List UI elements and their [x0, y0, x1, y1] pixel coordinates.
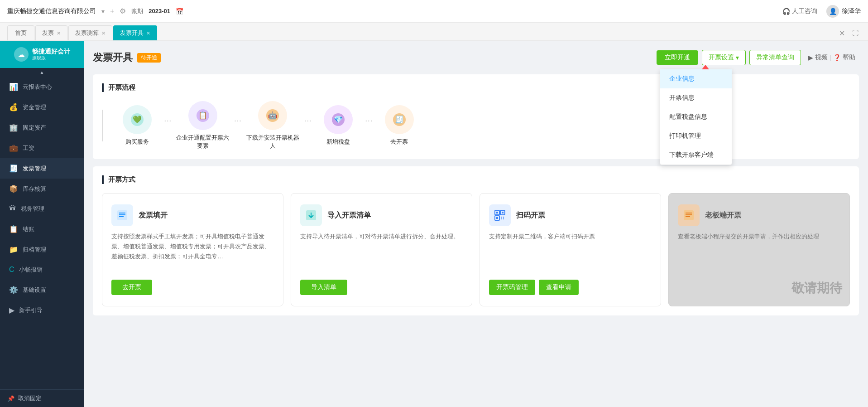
svg-text:💚: 💚	[133, 115, 142, 124]
sidebar-logo: ☁ 畅捷通好会计 旗舰版	[0, 41, 84, 68]
sidebar-item-invoice-mgmt[interactable]: 🧾 发票管理	[0, 158, 84, 179]
sidebar-items: 📊 云报表中心 💰 资金管理 🏢 固定资产 💼 工资 🧾 发票管理 📦	[0, 77, 84, 389]
arrow4: ···	[365, 115, 373, 136]
user-info[interactable]: 👤 徐泽华	[826, 5, 861, 18]
dropdown-item-tax-config[interactable]: 配置税盘信息	[660, 107, 732, 126]
cloud-report-icon: 📊	[9, 82, 18, 91]
scan-invoice-icon	[489, 204, 511, 226]
sidebar-item-archive[interactable]: 📁 归档管理	[0, 239, 84, 260]
svg-rect-27	[686, 214, 692, 215]
scan-invoice-btn2[interactable]: 查看申请	[539, 280, 579, 295]
settings-btn[interactable]: 开票设置 ▾	[702, 50, 746, 65]
add-company-icon[interactable]: +	[110, 7, 114, 15]
tab-home[interactable]: 首页	[7, 25, 34, 40]
import-invoice-btn[interactable]: 导入清单	[300, 280, 347, 295]
tab-invoice-calc-close[interactable]: ✕	[101, 30, 106, 36]
consult-btn[interactable]: 🎧 人工咨询	[782, 7, 817, 15]
step4-icon: 💎	[324, 105, 353, 134]
arrow3: ···	[304, 115, 312, 136]
content-area: 发票开具 待开通 立即开通 开票设置 ▾ 异常清单查询 ▶ 视频 | ❓ 帮助	[84, 41, 868, 407]
svg-rect-19	[502, 212, 504, 213]
fill-invoice-btn[interactable]: 去开票	[111, 280, 152, 295]
tab-invoice[interactable]: 发票 ✕	[35, 25, 67, 40]
company-dropdown-icon[interactable]: ▾	[101, 8, 105, 15]
video-play-icon: ▶	[808, 54, 813, 61]
methods-section-title: 开票方式	[102, 175, 850, 184]
step5-icon: 🧾	[385, 105, 414, 134]
sidebar-scroll-up[interactable]: ▲	[0, 68, 84, 77]
settings-dropdown: 企业信息 开票信息 配置税盘信息 打印机管理 下载开票客户端	[660, 69, 732, 165]
svg-rect-11	[119, 213, 125, 213]
sidebar-item-salary[interactable]: 💼 工资	[0, 138, 84, 158]
tab-invoice-issue-close[interactable]: ✕	[146, 30, 150, 36]
sidebar-item-basic-settings[interactable]: ⚙️ 基础设置	[0, 280, 84, 300]
process-flow: 💚 购买服务 ··· 📋 企业开通配置开票六要素 ··· 🤖	[102, 101, 850, 150]
import-invoice-desc: 支持导入待开票清单，可对待开票清单进行拆分、合并处理。	[300, 232, 463, 272]
video-btn[interactable]: ▶ 视频 | ❓ 帮助	[805, 50, 859, 65]
page-header: 发票开具 待开通 立即开通 开票设置 ▾ 异常清单查询 ▶ 视频 | ❓ 帮助	[93, 50, 859, 65]
exception-btn[interactable]: 异常清单查询	[749, 50, 801, 65]
archive-icon: 📁	[9, 245, 18, 254]
logo-version: 旗舰版	[32, 55, 70, 61]
svg-text:📋: 📋	[198, 111, 207, 120]
import-invoice-icon	[300, 204, 322, 226]
boss-invoice-title: 老板端开票	[705, 211, 741, 220]
status-badge: 待开通	[137, 53, 161, 63]
step2-icon: 📋	[188, 101, 217, 130]
dropdown-item-company-info[interactable]: 企业信息	[660, 69, 732, 88]
process-section: 开票流程 💚 购买服务 ··· 📋 企业开通配置开票六要素	[93, 74, 859, 159]
step3-icon: 🤖	[258, 101, 287, 130]
method-card-boss: 老板端开票 查看老板端小程序提交的开票申请，并作出相应的处理 敬请期待	[668, 193, 850, 306]
dropdown-item-invoice-info[interactable]: 开票信息	[660, 88, 732, 107]
dropdown-item-printer-mgmt[interactable]: 打印机管理	[660, 126, 732, 145]
tab-invoice-calc[interactable]: 发票测算 ✕	[68, 25, 112, 40]
sidebar-item-settlement[interactable]: 📋 结账	[0, 219, 84, 239]
tab-bar: 首页 发票 ✕ 发票测算 ✕ 发票开具 ✕ ✕ ⛶	[0, 23, 868, 41]
period-label: 账期	[131, 7, 143, 15]
svg-rect-12	[119, 214, 125, 215]
sidebar: ☁ 畅捷通好会计 旗舰版 ▲ 📊 云报表中心 💰 资金管理 🏢 固定资产	[0, 41, 84, 407]
tax-mgmt-icon: 🏛	[9, 205, 16, 213]
process-divider	[102, 110, 103, 141]
scan-invoice-title: 扫码开票	[516, 211, 545, 220]
svg-rect-28	[686, 216, 690, 217]
sidebar-item-inventory[interactable]: 📦 库存核算	[0, 179, 84, 199]
process-step-2: 📋 企业开通配置开票六要素	[173, 101, 232, 150]
method-card-fill: 发票填开 支持按照发票样式手工填开发票；可开具增值税电子普通发票、增值税普通发票…	[102, 193, 283, 306]
sidebar-item-fund-mgmt[interactable]: 💰 资金管理	[0, 97, 84, 117]
basic-settings-icon: ⚙️	[9, 286, 18, 294]
process-step-5: 🧾 去开票	[374, 105, 424, 146]
svg-rect-24	[503, 218, 504, 219]
tab-invoice-close[interactable]: ✕	[57, 30, 61, 36]
dropdown-item-download-client[interactable]: 下载开票客户端	[660, 145, 732, 165]
tab-close-btn[interactable]: ✕	[836, 28, 847, 39]
tab-invoice-issue[interactable]: 发票开具 ✕	[113, 25, 157, 40]
tab-expand-btn[interactable]: ⛶	[850, 28, 861, 39]
calendar-icon[interactable]: 📅	[176, 8, 183, 15]
sidebar-item-fixed-assets[interactable]: 🏢 固定资产	[0, 117, 84, 138]
process-step-3: 🤖 下载并安装开票机器人	[243, 101, 302, 150]
boss-invoice-desc: 查看老板端小程序提交的开票申请，并作出相应的处理	[678, 232, 840, 272]
fill-invoice-title: 发票填开	[139, 211, 168, 220]
main-wrapper: ☁ 畅捷通好会计 旗舰版 ▲ 📊 云报表中心 💰 资金管理 🏢 固定资产	[0, 41, 868, 407]
svg-text:🤖: 🤖	[268, 111, 277, 120]
sidebar-item-xiaochang[interactable]: C 小畅报销	[0, 260, 84, 280]
logo-icon: ☁	[14, 47, 29, 62]
fill-invoice-icon	[111, 204, 133, 226]
scan-invoice-btn1[interactable]: 开票码管理	[489, 280, 535, 295]
svg-text:💎: 💎	[334, 115, 343, 124]
sidebar-item-new-guide[interactable]: ▶ 新手引导	[0, 300, 84, 320]
invoice-mgmt-icon: 🧾	[9, 164, 18, 173]
settings-icon[interactable]: ⚙	[120, 7, 126, 15]
period-value: 2023-01	[149, 8, 170, 15]
method-card-scan: 扫码开票 支持定制开票二维码，客户端可扫码开票 开票码管理 查看申请	[480, 193, 661, 306]
activate-btn[interactable]: 立即开通	[657, 50, 698, 65]
sidebar-footer[interactable]: 📌 取消固定	[0, 389, 84, 407]
fund-mgmt-icon: 💰	[9, 103, 18, 111]
new-guide-icon: ▶	[9, 306, 14, 315]
process-section-title: 开票流程	[102, 83, 850, 92]
sidebar-item-tax-mgmt[interactable]: 🏛 税务管理	[0, 199, 84, 219]
sidebar-item-cloud-report[interactable]: 📊 云报表中心	[0, 77, 84, 97]
process-step-1: 💚 购买服务	[112, 105, 162, 146]
company-name: 重庆畅捷交通信息咨询有限公司	[7, 7, 96, 15]
